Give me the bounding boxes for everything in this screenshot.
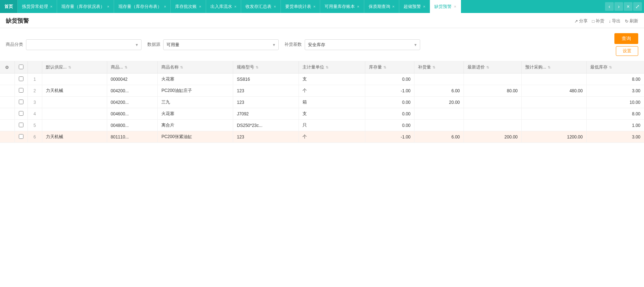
page-header: 缺货预警 ↗ 分享 □ 补货 ↓ 导出 ↻ 刷新 — [0, 13, 644, 28]
th-settings[interactable]: ⚙ — [0, 61, 14, 74]
cell-supplier-1: 力天机械 — [42, 85, 107, 97]
replenish-label: 补货 — [596, 18, 604, 24]
th-supplier[interactable]: 默认供应... ⇅ — [42, 61, 107, 74]
tab-requisition-stats[interactable]: 要货单统计表 × — [281, 0, 320, 13]
tab-shortage[interactable]: 缺货预警 × — [430, 0, 461, 13]
cell-unit-1: 个 — [299, 85, 365, 97]
cell-check-3[interactable] — [14, 108, 27, 120]
row-checkbox-5[interactable] — [19, 134, 23, 139]
cell-settings-5 — [0, 131, 14, 143]
table-row[interactable]: 4 004600... 火花塞 J7092 支 0.00 8.00 — [0, 108, 644, 120]
share-label: 分享 — [579, 18, 588, 24]
th-est-purchase[interactable]: 预计采购... ⇅ — [522, 61, 587, 74]
page-content: 缺货预警 ↗ 分享 □ 补货 ↓ 导出 ↻ 刷新 商品分类 — [0, 13, 644, 287]
category-select[interactable] — [26, 39, 142, 50]
cell-est-purchase-4 — [522, 120, 587, 131]
cell-spec-1: 123 — [233, 85, 299, 97]
select-all-checkbox[interactable] — [19, 65, 23, 69]
nav-next-button[interactable]: › — [614, 2, 623, 11]
tab-inout-flow[interactable]: 出入库流水 × — [206, 0, 241, 13]
tab-overstock[interactable]: 超储预警 × — [399, 0, 430, 13]
close-batch-account-icon[interactable]: × — [199, 4, 201, 9]
category-filter-group: 商品分类 ▼ — [6, 39, 142, 50]
th-index — [27, 61, 42, 74]
nav-prev-button[interactable]: ‹ — [605, 2, 614, 11]
close-shortage-icon[interactable]: × — [454, 4, 456, 9]
tab-inventory-dist-label: 现存量（库存分布表） — [118, 4, 162, 10]
table-row[interactable]: 5 004800... 离合片 DS250*23c... 只 0.00 1.00 — [0, 120, 644, 131]
nav-close-button[interactable]: × — [624, 2, 632, 11]
th-check — [14, 61, 27, 74]
tab-inventory-dist[interactable]: 现存量（库存分布表） × — [114, 0, 171, 13]
tab-shortage-label: 缺货预警 — [434, 4, 452, 10]
table-header-row: ⚙ 默认供应... ⇅ 商品... — [0, 61, 644, 74]
table-row[interactable]: 1 0000042 火花塞 SS816 支 0.00 8.00 — [0, 74, 644, 85]
th-min-stock[interactable]: 最低库存 ⇅ — [587, 61, 644, 74]
refresh-label: 刷新 — [630, 18, 638, 24]
row-checkbox-3[interactable] — [19, 111, 23, 116]
datasource-select[interactable]: 可用量 — [163, 39, 279, 50]
table-row[interactable]: 6 力天机械 801110... PC200张紧油缸 123 个 -1.00 6… — [0, 131, 644, 143]
cell-check-5[interactable] — [14, 131, 27, 143]
close-overstock-icon[interactable]: × — [423, 4, 425, 9]
tab-home[interactable]: 首页 — [0, 0, 18, 13]
close-inventory-dist-icon[interactable]: × — [164, 4, 166, 9]
datasource-filter-group: 数据源 可用量 ▼ — [147, 39, 279, 50]
cell-latest-price-4 — [464, 120, 521, 131]
cell-code-0: 0000042 — [107, 74, 158, 85]
tab-available-ledger[interactable]: 可用量库存账本 × — [320, 0, 364, 13]
th-unit-label: 主计量单位 — [303, 64, 324, 70]
refresh-button[interactable]: ↻ 刷新 — [625, 18, 638, 24]
data-table: ⚙ 默认供应... ⇅ 商品... — [0, 61, 644, 143]
cell-supplier-2 — [42, 97, 107, 108]
export-button[interactable]: ↓ 导出 — [609, 18, 621, 24]
settings-button[interactable]: 设置 — [616, 46, 638, 56]
cell-est-purchase-1: 480.00 — [522, 85, 587, 97]
cell-check-2[interactable] — [14, 97, 27, 108]
tab-inventory-status[interactable]: 现存量（库存状况表） × — [57, 0, 114, 13]
th-code[interactable]: 商品... ⇅ — [107, 61, 158, 74]
th-min-stock-sort-icon: ⇅ — [609, 65, 612, 69]
nav-maximize-button[interactable]: ⤢ — [633, 2, 642, 11]
th-replenish-label: 补货量 — [418, 64, 431, 70]
cell-est-purchase-0 — [522, 74, 587, 85]
th-unit[interactable]: 主计量单位 ⇅ — [299, 61, 365, 74]
table-row[interactable]: 3 004200... 三九 123 箱 0.00 20.00 10.00 — [0, 97, 644, 108]
th-stock[interactable]: 库存量 ⇅ — [365, 61, 414, 74]
row-checkbox-2[interactable] — [19, 100, 23, 104]
query-button[interactable]: 查询 — [614, 33, 638, 44]
close-requisition-stats-icon[interactable]: × — [313, 4, 316, 9]
th-name[interactable]: 商品名称 ⇅ — [158, 61, 233, 74]
cell-stock-0: 0.00 — [365, 74, 414, 85]
cell-supplier-3 — [42, 108, 107, 120]
cell-latest-price-1: 80.00 — [464, 85, 521, 97]
table-row[interactable]: 2 力天机械 004200... PC200油缸庄子 123 个 -1.00 6… — [0, 85, 644, 97]
cell-check-0[interactable] — [14, 74, 27, 85]
th-replenish[interactable]: 补货量 ⇅ — [414, 61, 464, 74]
replenish-base-select[interactable]: 安全库存 — [305, 39, 420, 50]
tab-expiry-query[interactable]: 保质期查询 × — [364, 0, 399, 13]
cell-check-4[interactable] — [14, 120, 27, 131]
tab-batch-account[interactable]: 库存批次账 × — [171, 0, 206, 13]
close-expiry-query-icon[interactable]: × — [392, 4, 395, 9]
cell-supplier-4 — [42, 120, 107, 131]
share-button[interactable]: ↗ 分享 — [574, 18, 588, 24]
cell-check-1[interactable] — [14, 85, 27, 97]
close-inventory-status-icon[interactable]: × — [107, 4, 109, 9]
row-checkbox-4[interactable] — [19, 123, 23, 127]
column-settings-icon[interactable]: ⚙ — [5, 65, 9, 70]
tab-exception[interactable]: 拣货异常处理 × — [18, 0, 57, 13]
row-checkbox-1[interactable] — [19, 88, 23, 93]
row-checkbox-0[interactable] — [19, 76, 23, 81]
th-spec[interactable]: 规格型号 ⇅ — [233, 61, 299, 74]
tab-collect-summary[interactable]: 收发存汇总表 × — [241, 0, 280, 13]
th-latest-price[interactable]: 最新进价 ⇅ — [464, 61, 521, 74]
close-available-ledger-icon[interactable]: × — [357, 4, 359, 9]
close-inout-flow-icon[interactable]: × — [234, 4, 236, 9]
replenish-button[interactable]: □ 补货 — [592, 18, 604, 24]
close-exception-icon[interactable]: × — [50, 4, 52, 9]
cell-spec-5: 123 — [233, 131, 299, 143]
close-collect-summary-icon[interactable]: × — [274, 4, 276, 9]
replenish-base-label: 补货基数 — [284, 41, 302, 48]
cell-spec-2: 123 — [233, 97, 299, 108]
